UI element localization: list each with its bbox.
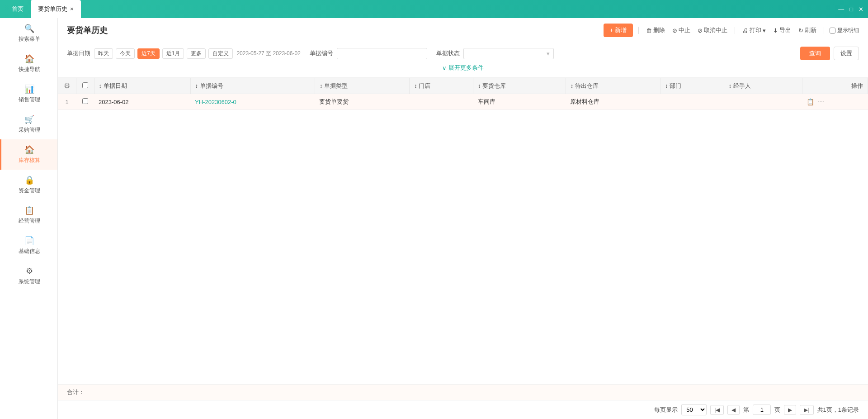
table-footer: 合计：	[58, 384, 868, 400]
col-bill-type: ↕ 单据类型	[315, 78, 409, 94]
sidebar-item-basicinfo[interactable]: 📄 基础信息	[0, 230, 57, 261]
display-detail-checkbox[interactable]	[830, 28, 835, 33]
sidebar-item-label: 基础信息	[19, 248, 40, 255]
delete-button[interactable]: 🗑 删除	[644, 25, 667, 35]
status-dropdown-icon: ▾	[547, 50, 550, 57]
date-btn-custom[interactable]: 自定义	[208, 48, 233, 59]
col-bill-type-label: ↕ 单据类型	[320, 82, 348, 89]
setting-button[interactable]: 设置	[834, 47, 859, 60]
col-handler-label: ↕ 经手人	[729, 82, 751, 89]
row-select-checkbox[interactable]	[82, 98, 88, 104]
stop-button[interactable]: ⊘ 中止	[670, 25, 692, 35]
row-index: 1	[58, 94, 76, 110]
date-btn-1month[interactable]: 近1月	[162, 48, 184, 59]
sidebar-item-finance[interactable]: 🔒 资金管理	[0, 170, 57, 200]
page-last-btn[interactable]: ▶|	[800, 405, 813, 415]
row-checkbox	[76, 94, 94, 110]
export-button[interactable]: ⬇ 导出	[771, 25, 793, 35]
bill-no-link[interactable]: YH-20230602-0	[195, 99, 236, 105]
col-department: ↕ 部门	[660, 78, 724, 94]
page-prev-btn[interactable]: ◀	[727, 405, 740, 415]
cart-icon: 🛒	[24, 114, 34, 124]
divider-3	[824, 27, 824, 34]
status-select[interactable]: ▾	[463, 48, 554, 59]
col-date: ↕ 单据日期	[94, 78, 190, 94]
per-page-label: 每页显示	[654, 406, 678, 414]
page-input[interactable]	[753, 405, 771, 415]
date-btn-today[interactable]: 今天	[116, 48, 135, 59]
date-filter-group: 单据日期 昨天 今天 近7天 近1月 更多 自定义 2023-05-27 至 2…	[67, 48, 301, 59]
date-btn-7days[interactable]: 近7天	[137, 48, 160, 59]
sidebar-item-sales[interactable]: 📊 销售管理	[0, 79, 57, 109]
select-all-checkbox[interactable]	[82, 82, 88, 88]
sidebar-item-label: 采购管理	[19, 126, 40, 134]
sidebar-item-label: 库存核算	[19, 157, 40, 164]
basicinfo-icon: 📄	[24, 236, 34, 246]
expand-more-btn[interactable]: ∨ 展开更多条件	[442, 64, 484, 72]
tab-close-btn[interactable]: ×	[70, 0, 74, 18]
sidebar: 🔍 搜索菜单 🏠 快捷导航 📊 销售管理 🛒 采购管理 🏠 库存核算 🔒 资金管…	[0, 18, 58, 419]
sidebar-item-system[interactable]: ⚙ 系统管理	[0, 261, 57, 291]
settings-gear-icon[interactable]: ⚙	[64, 82, 70, 90]
date-range-text: 2023-05-27 至 2023-06-02	[236, 50, 300, 57]
tab-home[interactable]: 首页	[5, 0, 31, 18]
window-close-btn[interactable]: ✕	[859, 6, 863, 13]
col-bill-no-label: ↕ 单据编号	[195, 82, 223, 89]
window-min-btn[interactable]: —	[838, 6, 844, 13]
finance-icon: 🔒	[24, 175, 34, 185]
sidebar-item-quicknav[interactable]: 🏠 快捷导航	[0, 48, 57, 79]
refresh-button[interactable]: ↻ 刷新	[797, 25, 818, 35]
header-actions: + 新增 🗑 删除 ⊘ 中止 ⊘ 取消中止 🖨 打印	[604, 24, 859, 37]
total-info: 共1页，1条记录	[817, 406, 859, 414]
col-actions: 操作	[802, 78, 868, 94]
sidebar-item-inventory[interactable]: 🏠 库存核算	[0, 139, 57, 170]
row-actions: 📋 ⋯	[802, 94, 868, 110]
cancel-stop-icon: ⊘	[698, 27, 703, 34]
divider-2	[735, 27, 735, 34]
delete-icon: 🗑	[646, 27, 652, 34]
expand-more-label: 展开更多条件	[448, 64, 484, 72]
home-icon: 🏠	[24, 54, 34, 64]
tab-active[interactable]: 要货单历史 ×	[31, 0, 81, 18]
col-bill-no: ↕ 单据编号	[190, 78, 315, 94]
page-next-btn[interactable]: ▶	[784, 405, 796, 415]
display-detail-label: 显示明细	[837, 27, 859, 34]
print-icon: 🖨	[742, 27, 748, 34]
col-pending-warehouse-label: ↕ 待出仓库	[571, 82, 599, 89]
row-action-icons: 📋 ⋯	[807, 98, 863, 105]
bill-no-label: 单据编号	[310, 49, 333, 57]
window-max-btn[interactable]: □	[849, 6, 853, 13]
row-handler	[724, 94, 802, 110]
date-btn-more[interactable]: 更多	[187, 48, 206, 59]
export-icon: ⬇	[773, 27, 778, 34]
new-button[interactable]: + 新增	[604, 24, 633, 37]
col-settings[interactable]: ⚙	[58, 78, 76, 94]
display-detail-toggle[interactable]: 显示明细	[830, 27, 859, 34]
sidebar-item-label: 搜索菜单	[19, 35, 40, 43]
sidebar-item-search[interactable]: 🔍 搜索菜单	[0, 18, 57, 48]
row-pending-warehouse: 原材料仓库	[566, 94, 660, 110]
sidebar-item-operations[interactable]: 📋 经营管理	[0, 200, 57, 230]
bill-no-input[interactable]	[337, 48, 427, 59]
print-button[interactable]: 🖨 打印 ▾	[741, 25, 768, 35]
search-menu-icon: 🔍	[24, 24, 34, 33]
refresh-icon: ↻	[798, 27, 803, 34]
page-first-btn[interactable]: |◀	[710, 405, 724, 415]
col-department-label: ↕ 部门	[665, 82, 681, 89]
print-dropdown-icon: ▾	[763, 27, 766, 34]
date-btn-yesterday[interactable]: 昨天	[94, 48, 113, 59]
per-page-select[interactable]: 10 20 50 100	[681, 404, 707, 415]
row-view-icon[interactable]: 📋	[807, 98, 814, 105]
row-more-icon[interactable]: ⋯	[818, 98, 824, 105]
print-label: 打印	[750, 26, 761, 34]
cancel-stop-button[interactable]: ⊘ 取消中止	[696, 25, 729, 35]
query-button[interactable]: 查询	[800, 47, 830, 60]
filter-area: 单据日期 昨天 今天 近7天 近1月 更多 自定义 2023-05-27 至 2…	[58, 41, 868, 78]
page-label-post: 页	[774, 406, 780, 414]
pagination: 每页显示 10 20 50 100 |◀ ◀ 第 页 ▶ ▶| 共1页，1条记录	[58, 400, 868, 419]
col-store-label: ↕ 门店	[414, 82, 430, 89]
inventory-icon: 🏠	[24, 145, 34, 155]
tab-active-label: 要货单历史	[38, 0, 67, 18]
col-req-warehouse: ↕ 要货仓库	[473, 78, 566, 94]
sidebar-item-purchase[interactable]: 🛒 采购管理	[0, 109, 57, 139]
